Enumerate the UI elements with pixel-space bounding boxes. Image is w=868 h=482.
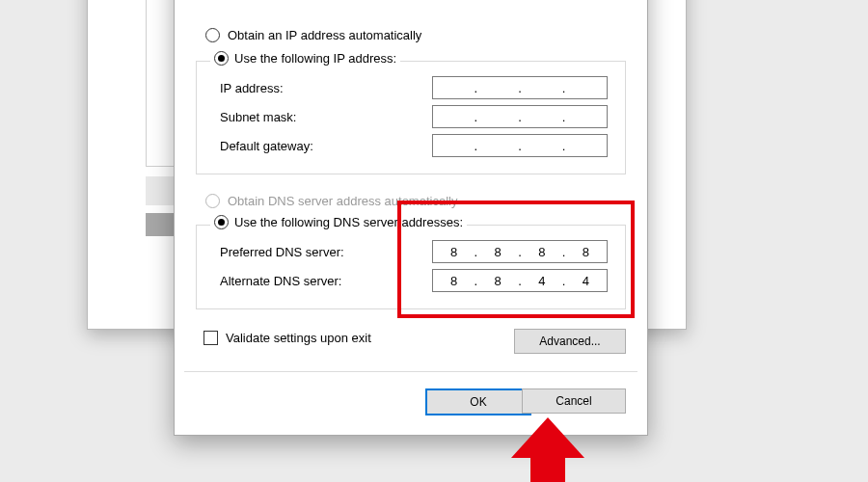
ok-button[interactable]: OK (425, 388, 531, 415)
ipv4-properties-dialog: Obtain an IP address automatically Use t… (174, 0, 648, 436)
validate-checkbox-row[interactable]: Validate settings upon exit (203, 331, 371, 345)
cancel-button[interactable]: Cancel (522, 388, 626, 414)
ip-manual-group: Use the following IP address: IP address… (196, 61, 626, 174)
validate-label: Validate settings upon exit (226, 331, 371, 345)
default-gateway-input[interactable]: . . . (432, 134, 608, 157)
preferred-dns-label: Preferred DNS server: (220, 245, 432, 259)
checkbox-icon (203, 331, 218, 345)
subnet-mask-input[interactable]: . . . (432, 105, 608, 128)
advanced-button[interactable]: Advanced... (514, 329, 626, 354)
ip-address-label: IP address: (220, 81, 432, 95)
ip-manual-radio-row[interactable]: Use the following IP address: (210, 51, 400, 66)
ip-manual-label: Use the following IP address: (234, 51, 396, 66)
ip-auto-radio-row[interactable]: Obtain an IP address automatically (205, 28, 421, 42)
ip-address-input[interactable]: . . . (432, 76, 608, 99)
radio-icon (205, 194, 220, 208)
preferred-dns-input[interactable]: 8. 8. 8. 8 (432, 240, 608, 263)
alternate-dns-label: Alternate DNS server: (220, 274, 432, 288)
dns-auto-radio-row: Obtain DNS server address automatically (205, 194, 457, 208)
radio-icon (214, 215, 229, 229)
radio-icon (214, 51, 229, 66)
dns-manual-group: Use the following DNS server addresses: … (196, 225, 626, 309)
dns-manual-label: Use the following DNS server addresses: (234, 215, 463, 229)
default-gateway-label: Default gateway: (220, 139, 432, 153)
alternate-dns-input[interactable]: 8. 8. 4. 4 (432, 269, 608, 292)
ip-auto-label: Obtain an IP address automatically (228, 28, 421, 42)
dns-auto-label: Obtain DNS server address automatically (228, 194, 457, 208)
dns-manual-radio-row[interactable]: Use the following DNS server addresses: (210, 215, 467, 229)
separator (184, 371, 637, 372)
radio-icon (205, 28, 220, 42)
subnet-mask-label: Subnet mask: (220, 110, 432, 124)
